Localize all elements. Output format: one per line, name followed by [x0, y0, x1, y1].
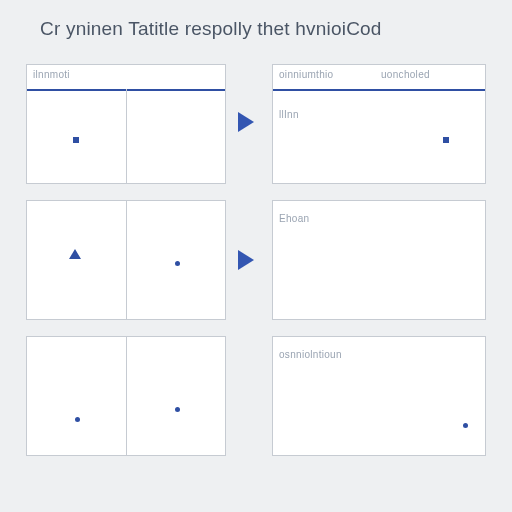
right-cell-2-label: Ehoan — [279, 213, 309, 224]
right-cell-1: oinniumthio uoncholed llInn — [272, 64, 486, 184]
dot-icon — [175, 407, 180, 412]
page-title: Cr yninen Tatitle respolly thet hvnioiCo… — [40, 18, 382, 40]
right-top-label-a: oinniumthio — [279, 69, 333, 80]
left-top-label: ilnnmoti — [33, 69, 70, 80]
square-icon — [443, 137, 449, 143]
right-cell-3-label: osnniolntioun — [279, 349, 342, 360]
right-top-label-b: uoncholed — [381, 69, 430, 80]
left-grid-row1: ilnnmoti — [26, 64, 226, 184]
right-cell-1-label: llInn — [279, 109, 299, 120]
right-cell-2: Ehoan — [272, 200, 486, 320]
right-cell-3: osnniolntioun — [272, 336, 486, 456]
left-grid-row3 — [26, 336, 226, 456]
arrow-right-icon — [238, 112, 254, 132]
square-icon — [73, 137, 79, 143]
canvas: Cr yninen Tatitle respolly thet hvnioiCo… — [0, 0, 512, 512]
vsplit — [126, 89, 127, 183]
triangle-icon — [69, 249, 81, 259]
vsplit — [126, 337, 127, 455]
divider — [273, 89, 485, 91]
left-grid-row2 — [26, 200, 226, 320]
arrow-right-icon — [238, 250, 254, 270]
dot-icon — [463, 423, 468, 428]
dot-icon — [75, 417, 80, 422]
dot-icon — [175, 261, 180, 266]
vsplit — [126, 201, 127, 319]
